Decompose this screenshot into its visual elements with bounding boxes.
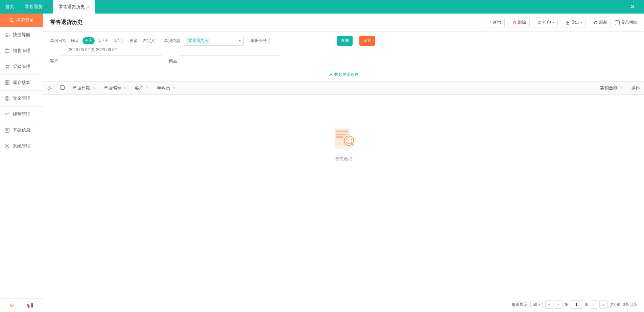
page-first-button[interactable]: « [545, 300, 553, 309]
export-dropdown-icon: ▾ [580, 21, 582, 24]
sidebar-item-basic-info[interactable]: 基础信息 [0, 122, 43, 138]
date-custom[interactable]: 自定义 [141, 37, 157, 44]
collapse-up-icon [329, 73, 333, 77]
sidebar-bottom: ⚙ 📢 [0, 298, 43, 312]
th-action: 操作 [627, 82, 644, 95]
voucher-type-tag: 零售退货 ✕ [186, 38, 210, 44]
tab-home-label: 首页 [5, 4, 14, 10]
date-today[interactable]: 今天 [82, 37, 95, 44]
svg-point-4 [8, 68, 8, 69]
table-container: 单据日期 ⇅ 单据编号 ⇅ 客户 ⇅ 导购员 ⇅ [43, 81, 644, 297]
date-yesterday[interactable]: 昨天 [69, 37, 81, 44]
print-button[interactable]: 打印 ▾ [534, 18, 558, 27]
date-7days[interactable]: 近7天 [96, 37, 111, 44]
collapse-button[interactable]: 收起更多条件 [329, 70, 359, 80]
window-close-button[interactable]: ✕ [627, 3, 639, 10]
system-icon [4, 143, 10, 149]
svg-rect-5 [5, 81, 7, 82]
sales-icon [4, 48, 10, 54]
top-bar-right: ✕ [627, 3, 644, 10]
sidebar-item-operations[interactable]: 经营管理 [0, 107, 43, 122]
tab-retail-return-history[interactable]: 零售退货历史 ✕ [53, 0, 95, 14]
svg-line-1 [13, 21, 14, 23]
guide-sort-icon[interactable]: ⇅ [173, 86, 175, 90]
sidebar-item-operations-label: 经营管理 [13, 111, 30, 117]
voucher-type-select[interactable]: 零售退货 ✕ ▾ [183, 36, 244, 46]
filter-row-2: 客户 ... 商品 ... [50, 55, 637, 66]
sidebar-search[interactable]: 搜索菜单 [0, 14, 43, 27]
date-more[interactable]: 更多 [127, 37, 140, 44]
svg-rect-13 [539, 23, 541, 24]
svg-line-22 [352, 143, 354, 146]
filter-area: 单据日期 昨天 今天 近7天 近1月 更多 自定义 单据类型 [43, 32, 644, 81]
th-date: 单据日期 ⇅ [69, 82, 100, 95]
customer-filter-label: 客户 [50, 58, 58, 64]
page-next-button[interactable]: › [590, 300, 598, 309]
show-detail-label: 显示明细 [615, 20, 637, 25]
date-shortcuts: 昨天 今天 近7天 近1月 更多 自定义 [69, 37, 157, 44]
page-last-button[interactable]: » [599, 300, 607, 309]
svg-point-11 [6, 146, 8, 147]
tab-home[interactable]: 首页 [0, 0, 20, 14]
th-guide: 导购员 ⇅ [153, 82, 180, 95]
svg-point-14 [49, 88, 50, 89]
page-header: 零售退货历史 + 新增 删除 打印 [43, 14, 644, 32]
table-body: 暂无数据 [43, 95, 644, 190]
sidebar-item-quick-nav[interactable]: 快捷导航 [0, 27, 43, 43]
amount-sort-icon[interactable]: ⇅ [620, 86, 623, 90]
page-number-input[interactable] [570, 300, 583, 309]
sidebar-item-finance-label: 资金管理 [13, 95, 30, 102]
date-sort-icon[interactable]: ⇅ [93, 86, 96, 90]
sidebar-item-system-mgmt[interactable]: 系统管理 [0, 138, 43, 154]
tab-retail-return-history-close[interactable]: ✕ [87, 5, 90, 9]
goods-select[interactable]: ... [180, 55, 281, 66]
page-nav: « ‹ 第 页 › » [545, 300, 607, 309]
page-size-select[interactable]: 50 ▾ [530, 301, 543, 308]
sidebar-item-sales-mgmt[interactable]: 销售管理 [0, 43, 43, 59]
settings-bottom-icon[interactable]: ⚙ [9, 302, 14, 309]
select-all-checkbox[interactable] [60, 85, 65, 90]
date-1month[interactable]: 近1月 [112, 37, 126, 44]
th-number: 单据编号 ⇅ [100, 82, 131, 95]
data-table: 单据日期 ⇅ 单据编号 ⇅ 客户 ⇅ 导购员 ⇅ [43, 81, 644, 190]
tab-retail-return-close[interactable]: ✕ [45, 5, 48, 9]
sidebar-item-purchase-mgmt[interactable]: 采购管理 [0, 59, 43, 75]
date-filter: 单据日期 昨天 今天 近7天 近1月 更多 自定义 [50, 37, 157, 44]
voucher-number-label: 单据编号 [251, 38, 267, 44]
show-detail-checkbox[interactable] [615, 20, 620, 25]
basic-info-icon [4, 127, 10, 133]
top-bar: 首页 零售退货 ✕ 零售退货历史 ✕ ✕ [0, 0, 644, 14]
sidebar-item-finance[interactable]: 资金管理 [0, 91, 43, 107]
voucher-type-tag-close[interactable]: ✕ [205, 39, 208, 43]
print-dropdown-icon: ▾ [552, 21, 554, 24]
voucher-number-input[interactable] [269, 37, 330, 45]
delete-icon [512, 21, 517, 25]
sidebar-item-system-mgmt-label: 系统管理 [13, 143, 30, 149]
query-button[interactable]: 查询 [337, 36, 353, 46]
page-prev-button[interactable]: ‹ [555, 300, 563, 309]
customer-select[interactable]: ... [61, 55, 162, 66]
export-button[interactable]: 导出 ▾ [562, 18, 586, 27]
tab-retail-return[interactable]: 零售退货 ✕ [20, 0, 53, 14]
page-size-label: 每页显示 [511, 302, 528, 308]
new-button[interactable]: + 新增 [486, 18, 505, 27]
svg-point-3 [6, 68, 7, 69]
svg-rect-7 [5, 83, 7, 85]
svg-rect-8 [7, 83, 9, 85]
tab-retail-return-history-label: 零售退货历史 [58, 4, 85, 10]
delete-button[interactable]: 删除 [509, 18, 530, 27]
sidebar-item-inventory-label: 库存核算 [13, 80, 30, 86]
customer-sort-icon[interactable]: ⇅ [146, 86, 149, 90]
sidebar-item-inventory[interactable]: 库存核算 [0, 75, 43, 91]
speaker-bottom-icon[interactable]: 📢 [27, 302, 33, 309]
setting-button[interactable]: 设置 [359, 36, 375, 46]
filter-row-1: 单据日期 昨天 今天 近7天 近1月 更多 自定义 单据类型 [50, 36, 637, 46]
svg-rect-10 [5, 128, 9, 132]
number-sort-icon[interactable]: ⇅ [124, 86, 126, 90]
table-header-row: 单据日期 ⇅ 单据编号 ⇅ 客户 ⇅ 导购员 ⇅ [43, 82, 644, 95]
sidebar-item-sales-mgmt-label: 销售管理 [13, 48, 30, 54]
refresh-button[interactable]: 刷新 [590, 18, 611, 27]
goods-filter-label: 商品 [169, 58, 177, 64]
table-settings-icon[interactable] [47, 86, 52, 91]
page-prefix-label: 第 [564, 302, 568, 308]
